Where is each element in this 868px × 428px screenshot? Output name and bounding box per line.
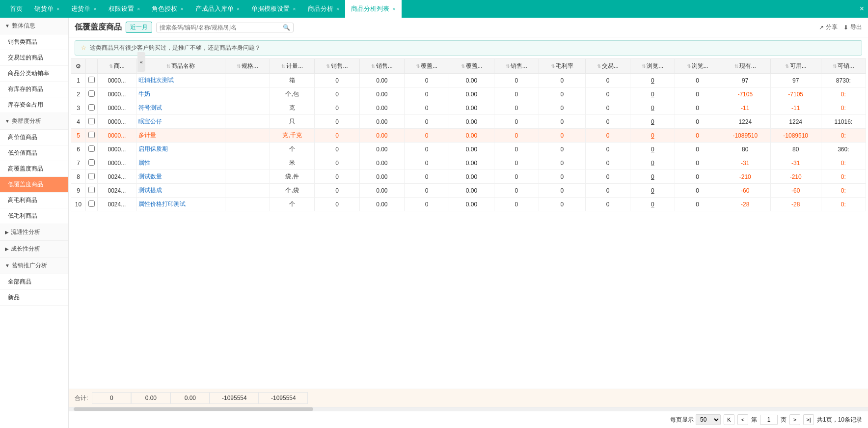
- row-name[interactable]: 旺辅批次测试: [136, 74, 225, 87]
- row-browse1[interactable]: 0: [630, 198, 675, 211]
- row-name[interactable]: 属性价格打印测试: [136, 198, 225, 211]
- next-page-button[interactable]: >: [789, 414, 800, 425]
- row-name[interactable]: 牛奶: [136, 87, 225, 101]
- sidebar-item-category-rate[interactable]: 商品分类动销率: [0, 66, 68, 82]
- row-checkbox[interactable]: [86, 156, 98, 170]
- th-cover2[interactable]: 覆盖...: [449, 59, 494, 74]
- sidebar-item-new-goods[interactable]: 新品: [0, 290, 68, 306]
- close-icon[interactable]: ×: [137, 6, 140, 12]
- row-trade: 0: [585, 143, 630, 156]
- th-sales-count[interactable]: 销售...: [315, 59, 359, 74]
- close-icon[interactable]: ×: [56, 6, 59, 12]
- th-available[interactable]: 可用...: [770, 59, 821, 74]
- last-page-button[interactable]: >|: [803, 414, 814, 425]
- sidebar-section-growth[interactable]: ▶ 成长性分析: [0, 241, 68, 257]
- row-checkbox[interactable]: [86, 129, 98, 143]
- search-icon[interactable]: 🔍: [283, 24, 290, 31]
- sidebar-section-liquidity[interactable]: ▶ 流通性分析: [0, 224, 68, 241]
- row-browse1[interactable]: 0: [630, 143, 675, 156]
- row-browse1[interactable]: 0: [630, 129, 675, 143]
- row-available: 80: [770, 143, 821, 156]
- sidebar-section-overall[interactable]: ▼ 整体信息: [0, 18, 68, 34]
- sidebar-section-cluster[interactable]: ▼ 类群度分析: [0, 113, 68, 130]
- row-browse1[interactable]: 0: [630, 74, 675, 87]
- prev-page-button[interactable]: <: [737, 414, 748, 425]
- page-number-input[interactable]: [760, 415, 778, 425]
- th-cover1[interactable]: 覆盖...: [405, 59, 449, 74]
- row-browse1[interactable]: 0: [630, 170, 675, 184]
- close-all-tabs-button[interactable]: ×: [860, 4, 864, 13]
- th-code[interactable]: 商...: [98, 59, 136, 74]
- th-gross-rate[interactable]: 毛利率: [539, 59, 586, 74]
- row-checkbox[interactable]: [86, 87, 98, 101]
- sidebar-collapse-button[interactable]: «: [137, 52, 145, 72]
- row-browse1[interactable]: 0: [630, 184, 675, 198]
- share-button[interactable]: ↗ 分享: [819, 23, 838, 31]
- nav-tab-template[interactable]: 单据模板设置 ×: [245, 0, 301, 18]
- nav-tab-home[interactable]: 首页: [4, 0, 28, 18]
- horizontal-scrollbar[interactable]: [69, 407, 868, 411]
- sidebar-item-all-goods[interactable]: 全部商品: [0, 274, 68, 290]
- close-icon[interactable]: ×: [180, 6, 183, 12]
- close-icon[interactable]: ×: [392, 6, 395, 12]
- sidebar-item-sales-goods[interactable]: 销售类商品: [0, 34, 68, 50]
- row-unit: 个: [270, 143, 314, 156]
- nav-tab-product[interactable]: 产成品入库单 ×: [190, 0, 245, 18]
- sidebar-item-high-value[interactable]: 高价值商品: [0, 130, 68, 145]
- sidebar-item-low-value[interactable]: 低价值商品: [0, 145, 68, 161]
- row-browse1[interactable]: 0: [630, 156, 675, 170]
- th-settings[interactable]: ⚙: [71, 59, 86, 74]
- th-browse2[interactable]: 浏览...: [675, 59, 720, 74]
- sidebar-item-low-margin[interactable]: 低毛利商品: [0, 208, 68, 224]
- row-browse1[interactable]: 0: [630, 115, 675, 129]
- close-icon[interactable]: ×: [237, 6, 240, 12]
- row-checkbox[interactable]: [86, 101, 98, 115]
- row-name[interactable]: 测试数量: [136, 170, 225, 184]
- row-checkbox[interactable]: [86, 198, 98, 211]
- row-name[interactable]: 眠宝公仔: [136, 115, 225, 129]
- nav-tab-role[interactable]: 角色授权 ×: [146, 0, 189, 18]
- row-name[interactable]: 符号测试: [136, 101, 225, 115]
- row-name[interactable]: 多计量: [136, 129, 225, 143]
- row-checkbox[interactable]: [86, 74, 98, 87]
- th-browse1[interactable]: 浏览...: [630, 59, 675, 74]
- row-browse1[interactable]: 0: [630, 101, 675, 115]
- th-sales-amount[interactable]: 销售...: [359, 59, 404, 74]
- sidebar-item-capital[interactable]: 库存资金占用: [0, 97, 68, 113]
- sidebar-item-high-coverage[interactable]: 高覆盖度商品: [0, 161, 68, 177]
- nav-tab-analysis-list[interactable]: 商品分析列表 ×: [345, 0, 401, 18]
- row-checkbox[interactable]: [86, 184, 98, 198]
- first-page-button[interactable]: K: [724, 414, 734, 425]
- export-button[interactable]: ⬇ 导出: [843, 23, 862, 31]
- page-size-dropdown[interactable]: 20 50 100: [696, 414, 721, 425]
- th-sellable[interactable]: 可销...: [821, 59, 866, 74]
- sidebar-item-low-coverage[interactable]: 低覆盖度商品: [0, 177, 68, 193]
- nav-tab-purchase[interactable]: 进货单 ×: [65, 0, 102, 18]
- th-trade[interactable]: 交易...: [585, 59, 630, 74]
- close-icon[interactable]: ×: [93, 6, 96, 12]
- th-unit[interactable]: 计量...: [270, 59, 314, 74]
- row-checkbox[interactable]: [86, 143, 98, 156]
- sidebar-section-marketing[interactable]: ▼ 营销推广分析: [0, 257, 68, 274]
- row-checkbox[interactable]: [86, 170, 98, 184]
- nav-tab-analysis[interactable]: 商品分析 ×: [302, 0, 345, 18]
- sidebar-item-in-stock[interactable]: 有库存的商品: [0, 82, 68, 97]
- th-spec[interactable]: 规格...: [225, 59, 270, 74]
- row-checkbox[interactable]: [86, 115, 98, 129]
- nav-tab-sales[interactable]: 销货单 ×: [28, 0, 65, 18]
- search-input[interactable]: [160, 24, 281, 31]
- row-name[interactable]: 属性: [136, 156, 225, 170]
- row-name[interactable]: 启用保质期: [136, 143, 225, 156]
- th-current[interactable]: 现有...: [720, 59, 770, 74]
- sidebar-item-traded-goods[interactable]: 交易过的商品: [0, 50, 68, 66]
- nav-tab-permission[interactable]: 权限设置 ×: [103, 0, 146, 18]
- row-name[interactable]: 测试提成: [136, 184, 225, 198]
- close-icon[interactable]: ×: [336, 6, 339, 12]
- period-button[interactable]: 近一月: [126, 22, 152, 33]
- scrollbar-thumb[interactable]: [74, 407, 313, 411]
- close-icon[interactable]: ×: [293, 6, 296, 12]
- sidebar-item-high-margin[interactable]: 高毛利商品: [0, 193, 68, 208]
- th-name[interactable]: 商品名称: [136, 59, 225, 74]
- th-sales2[interactable]: 销售...: [494, 59, 539, 74]
- row-browse1[interactable]: 0: [630, 87, 675, 101]
